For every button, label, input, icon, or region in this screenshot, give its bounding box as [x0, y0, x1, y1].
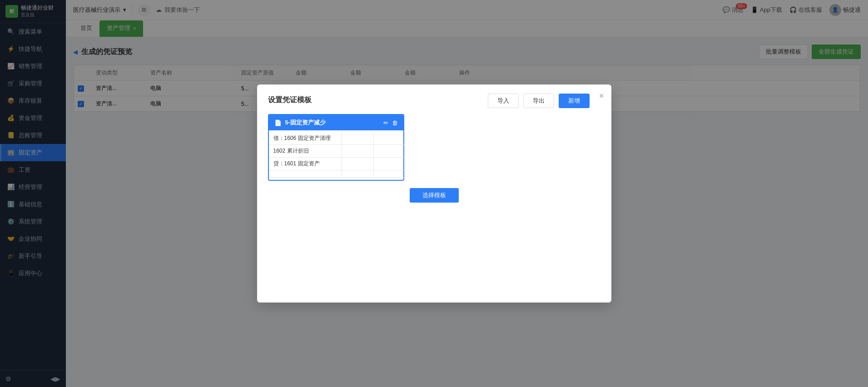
- select-template-button[interactable]: 选择模板: [410, 188, 459, 203]
- template-card: 📄 5-固定资产减少 ✏ 🗑 借：1606 固定资产清理 1602 累计折旧: [268, 114, 404, 181]
- new-template-button[interactable]: 新增: [559, 94, 590, 108]
- modal-overlay[interactable]: 设置凭证模板 × 导入 导出 新增 📄 5-固定资产减少 ✏ 🗑 借：1606 …: [0, 0, 868, 387]
- template-debit-debit-2: [342, 145, 373, 158]
- template-card-header: 📄 5-固定资产减少 ✏ 🗑: [269, 115, 403, 130]
- template-debit-debit-1: [342, 132, 373, 145]
- template-empty-row: [269, 170, 403, 178]
- template-debit-row-1: 借：1606 固定资产清理: [269, 132, 403, 145]
- template-credit-row-1: 贷：1601 固定资产: [269, 158, 403, 170]
- template-delete-icon[interactable]: 🗑: [392, 119, 398, 126]
- template-empty-cell-3: [373, 170, 405, 178]
- modal-close-button[interactable]: ×: [599, 92, 604, 100]
- template-empty-cell-1: [269, 170, 342, 178]
- template-debit-row-2: 1602 累计折旧: [269, 145, 403, 158]
- template-doc-icon: 📄: [274, 119, 282, 126]
- select-template-container: 选择模板: [268, 188, 600, 203]
- modal-set-template: 设置凭证模板 × 导入 导出 新增 📄 5-固定资产减少 ✏ 🗑 借：1606 …: [257, 84, 611, 303]
- template-credit-credit-1: [373, 158, 405, 170]
- export-button[interactable]: 导出: [523, 94, 554, 108]
- template-debit-credit-1: [373, 132, 405, 145]
- template-credit-debit-1: [342, 158, 373, 170]
- template-id: 5: [285, 119, 288, 126]
- import-button[interactable]: 导入: [488, 94, 519, 108]
- template-card-body: 借：1606 固定资产清理 1602 累计折旧 贷：1601 固定资产: [269, 130, 403, 180]
- template-edit-icon[interactable]: ✏: [383, 119, 388, 126]
- template-credit-label-1: 贷：1601 固定资产: [269, 158, 342, 170]
- template-debit-credit-2: [373, 145, 405, 158]
- template-card-title: 5-固定资产减少: [285, 119, 380, 127]
- template-card-actions: ✏ 🗑: [383, 119, 398, 126]
- template-empty-cell-2: [342, 170, 373, 178]
- template-debit-label-1: 借：1606 固定资产清理: [269, 132, 342, 145]
- template-name: 固定资产减少: [290, 119, 326, 126]
- template-debit-label-2: 1602 累计折旧: [269, 145, 342, 158]
- modal-toolbar: 导入 导出 新增: [488, 94, 590, 108]
